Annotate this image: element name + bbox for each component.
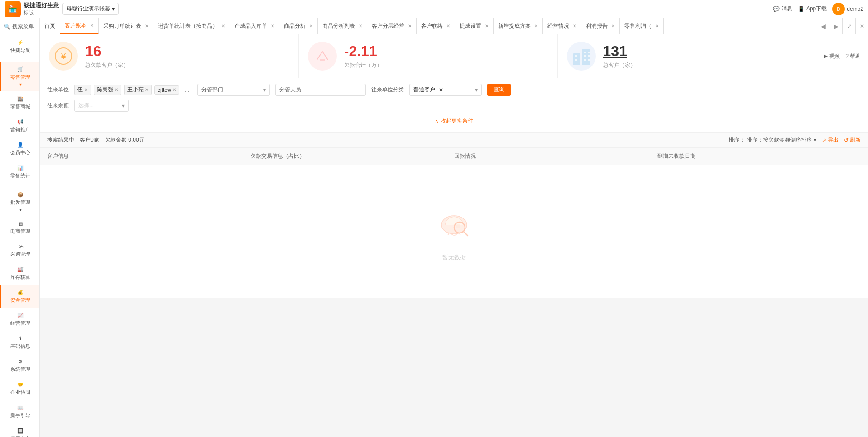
app-container: 🏪 畅捷通好生意 标版 母婴行业演示账套 ▾ 💬 消息 📱 App下载 D <box>0 0 868 437</box>
tab-close-customer-contact[interactable]: ✕ <box>446 24 450 28</box>
stat-icon-building <box>567 42 596 71</box>
remove-tag-1[interactable]: ✕ <box>84 87 88 92</box>
sidebar-item-retail-mall[interactable]: 🏬 零售商城 <box>0 91 39 114</box>
account-selector[interactable]: 母婴行业演示账套 ▾ <box>62 3 119 15</box>
remove-tag-4[interactable]: ✕ <box>173 87 176 92</box>
tab-close-all-btn[interactable]: ✕ <box>855 18 868 34</box>
operations-mgmt-icon: 📈 <box>17 313 24 318</box>
top-bar-right: 💬 消息 📱 App下载 D demo2 <box>773 3 863 15</box>
tab-prev-btn[interactable]: ◀ <box>817 18 830 34</box>
manager-more-icon: ··· <box>358 87 362 92</box>
remove-unit-category[interactable]: ✕ <box>439 87 443 93</box>
sidebar-item-purchase-mgmt[interactable]: 🛍 采购管理 <box>0 239 39 262</box>
tab-close-purchase-orders[interactable]: ✕ <box>145 24 149 28</box>
sidebar-item-app-center[interactable]: 🔲 应用中心 <box>0 423 39 437</box>
stats-section: ¥ 16 总欠款客户（家） <box>40 34 868 78</box>
sidebar-item-inventory[interactable]: 🏭 库存核算 <box>0 262 39 285</box>
sidebar-item-quick-nav[interactable]: ⚡ 快捷导航 <box>0 35 39 58</box>
sidebar-search[interactable]: 🔍 搜索菜单 <box>0 18 39 35</box>
help-icon: ? <box>845 53 849 59</box>
filter-tag-more[interactable]: ... <box>182 86 192 94</box>
tab-operations[interactable]: 经营情况 ✕ <box>543 18 581 34</box>
tab-new-advance[interactable]: 新增提成方案 ✕ <box>494 18 543 34</box>
svg-rect-9 <box>584 59 586 61</box>
sidebar: 🔍 搜索菜单 ⚡ 快捷导航 🛒 零售管理 ▾ 🏬 零售商城 📢 营销推广 <box>0 18 40 437</box>
stat-card-total-debt: -2.11 欠款合计（万） <box>299 34 558 78</box>
tab-product-analysis[interactable]: 商品分析 ✕ <box>279 18 318 34</box>
tab-purchase-stats[interactable]: 进货单统计表（按商品） ✕ <box>153 18 230 34</box>
filter-row-1: 往来单位 伍 ✕ 陈民强 ✕ 王小亮 <box>47 84 861 96</box>
tab-customer-contact[interactable]: 客户联络 ✕ <box>417 18 455 34</box>
stat-icon-yen: ¥ <box>49 42 78 71</box>
video-icon: ▶ <box>824 53 828 59</box>
tab-close-purchase-stats[interactable]: ✕ <box>221 24 225 28</box>
main-layout: 🔍 搜索菜单 ⚡ 快捷导航 🛒 零售管理 ▾ 🏬 零售商城 📢 营销推广 <box>0 18 868 437</box>
tab-maximize-btn[interactable]: ⤢ <box>843 18 855 34</box>
manager-filter[interactable]: 分管人员 ··· <box>275 84 366 96</box>
sidebar-item-retail-stats[interactable]: 📊 零售统计 <box>0 161 39 184</box>
tab-close-advance-settings[interactable]: ✕ <box>485 24 489 28</box>
tab-retail-profit[interactable]: 零售利润（ ✕ <box>620 18 664 34</box>
stat-label-total-debt: 欠款合计（万） <box>344 62 382 69</box>
sort-select[interactable]: 排序： 排序：按欠款金额倒序排序 ▾ <box>729 136 816 144</box>
tab-purchase-orders[interactable]: 采购订单统计表 ✕ <box>99 18 153 34</box>
sidebar-item-system-mgmt[interactable]: ⚙ 系统管理 <box>0 354 39 377</box>
tab-close-operations[interactable]: ✕ <box>573 24 576 28</box>
svg-rect-10 <box>588 52 590 53</box>
sidebar-item-retail-mgmt[interactable]: 🛒 零售管理 ▾ <box>0 62 39 91</box>
user-avatar-btn[interactable]: D demo2 <box>832 3 863 15</box>
tab-product-analysis-list[interactable]: 商品分析列表 ✕ <box>318 18 367 34</box>
tab-production-entry[interactable]: 产成品入库单 ✕ <box>230 18 279 34</box>
empty-state: 暂无数据 <box>40 165 868 298</box>
message-btn[interactable]: 💬 消息 <box>773 5 792 13</box>
refresh-btn[interactable]: ↺ 刷新 <box>844 136 861 144</box>
remove-tag-3[interactable]: ✕ <box>145 87 149 92</box>
sidebar-item-wholesale-mgmt[interactable]: 📦 批发管理 ▾ <box>0 187 39 217</box>
query-button[interactable]: 查询 <box>487 84 511 96</box>
sidebar-item-finance-mgmt[interactable]: 💰 资金管理 <box>0 285 39 308</box>
sidebar-item-ecommerce-mgmt[interactable]: 🖥 电商管理 <box>0 217 39 239</box>
tab-close-customer-segment[interactable]: ✕ <box>408 24 412 28</box>
export-btn[interactable]: ↗ 导出 <box>822 136 839 144</box>
sidebar-item-marketing[interactable]: 📢 营销推广 <box>0 114 39 138</box>
tab-close-new-advance[interactable]: ✕ <box>534 24 538 28</box>
tab-close-production-entry[interactable]: ✕ <box>271 24 274 28</box>
filter-tag-4: cjttcw ✕ <box>154 86 179 95</box>
tab-close-retail-profit[interactable]: ✕ <box>655 24 659 28</box>
download-icon: 📱 <box>798 6 805 12</box>
tab-next-btn[interactable]: ▶ <box>830 18 843 34</box>
ecommerce-mgmt-icon: 🖥 <box>18 221 23 227</box>
sidebar-item-operations-mgmt[interactable]: 📈 经营管理 <box>0 308 39 331</box>
app-center-icon: 🔲 <box>17 428 24 434</box>
tab-profit-report[interactable]: 利润报告 ✕ <box>581 18 620 34</box>
sidebar-item-member-center[interactable]: 👤 会员中心 <box>0 138 39 161</box>
sidebar-item-enterprise-coop[interactable]: 🤝 企业协同 <box>0 377 39 400</box>
dept-filter[interactable]: 分管部门 ▾ <box>197 84 270 96</box>
unit-category-filter[interactable]: 普通客户 ✕ ▾ <box>409 84 482 96</box>
tab-advance-settings[interactable]: 提成设置 ✕ <box>455 18 494 34</box>
tab-customer-segment[interactable]: 客户分层经营 ✕ <box>367 18 417 34</box>
sidebar-item-new-guide[interactable]: 📖 新手引导 <box>0 400 39 423</box>
export-icon: ↗ <box>822 137 826 143</box>
video-link[interactable]: ▶ 视频 <box>824 52 840 60</box>
collapse-btn[interactable]: ∧ 收起更多条件 <box>435 117 473 125</box>
app-download-btn[interactable]: 📱 App下载 <box>798 5 827 13</box>
help-link[interactable]: ? 帮助 <box>845 52 861 60</box>
tab-close-product-analysis-list[interactable]: ✕ <box>359 24 362 28</box>
tab-customers[interactable]: 客户账本 ✕ <box>60 18 99 34</box>
filter-tag-1: 伍 ✕ <box>74 85 91 95</box>
collapse-row: ∧ 收起更多条件 <box>47 115 861 127</box>
search-icon: 🔍 <box>4 24 10 30</box>
sidebar-item-basic-info[interactable]: ℹ 基础信息 <box>0 331 39 354</box>
logo-area[interactable]: 🏪 畅捷通好生意 标版 <box>5 1 59 17</box>
tab-close-profit-report[interactable]: ✕ <box>611 24 615 28</box>
enterprise-coop-icon: 🤝 <box>17 382 24 388</box>
tab-close-customers[interactable]: ✕ <box>90 23 94 28</box>
tab-home[interactable]: 首页 <box>40 18 60 34</box>
balance-filter[interactable]: 选择... ▾ <box>74 100 129 112</box>
tab-close-product-analysis[interactable]: ✕ <box>309 24 313 28</box>
svg-rect-6 <box>575 59 577 61</box>
col-header-date: 到期未收款日期 <box>657 152 861 160</box>
stat-icon-debt <box>308 42 337 71</box>
remove-tag-2[interactable]: ✕ <box>115 87 118 92</box>
